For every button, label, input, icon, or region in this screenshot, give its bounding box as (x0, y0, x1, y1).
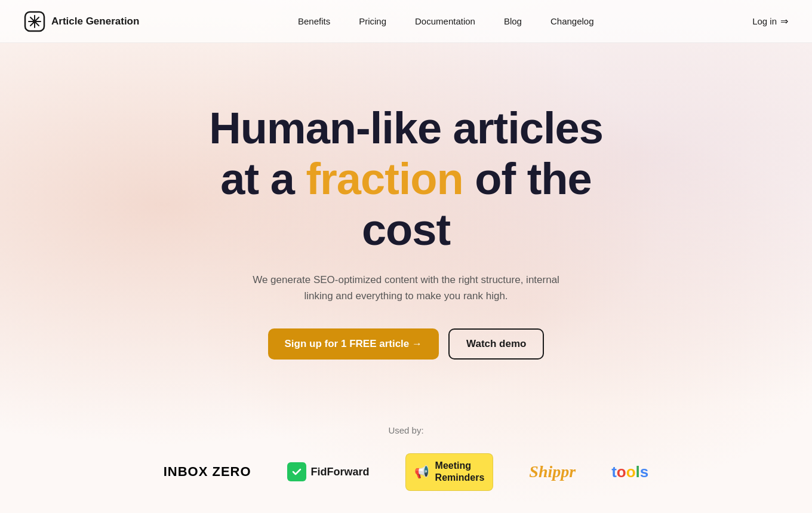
meeting-reminders-text: Meeting Reminders (435, 460, 485, 485)
brand-icon (24, 11, 45, 32)
hero-title-line3: cost (362, 205, 450, 254)
logos-row: INBOX ZERO FidForward 📢 Meeting Reminder… (164, 453, 649, 492)
used-by-label: Used by: (388, 425, 423, 435)
logo-shippr: Shippr (529, 462, 576, 481)
hero-subtitle: We generate SEO-optimized content with t… (239, 272, 573, 304)
logo-inbox-zero: INBOX ZERO (164, 464, 251, 480)
navbar: Article Generation Benefits Pricing Docu… (0, 0, 812, 43)
brand-name: Article Generation (51, 16, 139, 27)
nav-documentation[interactable]: Documentation (403, 11, 487, 31)
hero-cta-group: Sign up for 1 FREE article → Watch demo (268, 328, 545, 360)
fidforward-icon (287, 462, 306, 481)
login-button[interactable]: Log in ⇒ (752, 16, 788, 27)
logo-meeting-reminders: 📢 Meeting Reminders (405, 453, 494, 492)
hero-highlight: fraction (306, 154, 463, 204)
signup-button[interactable]: Sign up for 1 FREE article → (268, 328, 439, 360)
logo-tools: tools (611, 463, 648, 481)
hero-title-line2: at a fraction of the (220, 154, 591, 204)
login-arrow-icon: ⇒ (780, 16, 788, 27)
logo-fidforward: FidForward (287, 462, 370, 481)
nav-blog[interactable]: Blog (492, 11, 534, 31)
svg-point-1 (33, 20, 36, 23)
brand-logo[interactable]: Article Generation (24, 11, 139, 32)
nav-changelog[interactable]: Changelog (539, 11, 606, 31)
nav-pricing[interactable]: Pricing (347, 11, 398, 31)
hero-title-line1: Human-like articles (209, 103, 603, 153)
meeting-icon: 📢 (414, 465, 429, 479)
watch-demo-button[interactable]: Watch demo (448, 328, 544, 360)
hero-section: Human-like articles at a fraction of the… (0, 43, 812, 395)
used-by-section: Used by: INBOX ZERO FidForward 📢 Meeting… (0, 395, 812, 492)
nav-links: Benefits Pricing Documentation Blog Chan… (286, 16, 606, 27)
nav-benefits[interactable]: Benefits (286, 11, 342, 31)
hero-title: Human-like articles at a fraction of the… (209, 103, 603, 255)
